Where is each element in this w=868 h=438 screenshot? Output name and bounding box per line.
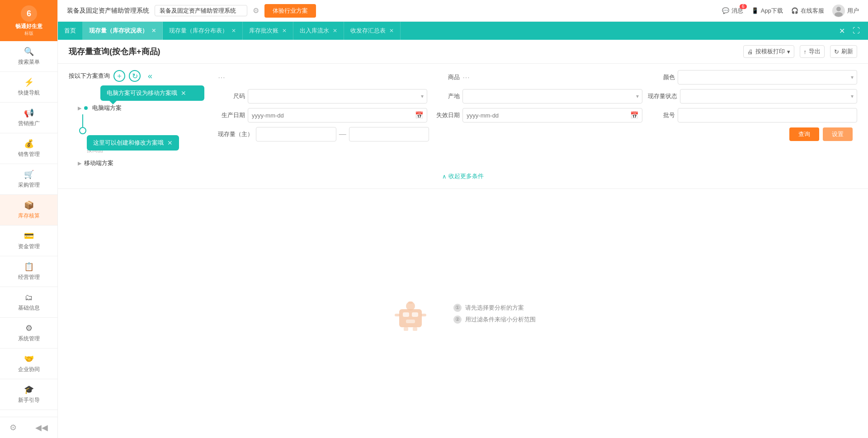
tab-expand-btn[interactable]: ⛶ (850, 24, 863, 37)
tab-collect-summary[interactable]: 收发存汇总表 ✕ (344, 22, 401, 40)
tab-label-inventory-dist: 现存量（库存分布表） (169, 27, 228, 35)
goods-dots[interactable]: ⋯ (462, 73, 470, 82)
produce-date-input[interactable] (248, 108, 427, 122)
filter-label: 按以下方案查询 (69, 72, 110, 80)
sidebar-item-purchase[interactable]: 🛒 采购管理 (0, 164, 57, 195)
warehouse-dots[interactable]: ⋯ (218, 73, 225, 82)
sidebar-item-inventory[interactable]: 📦 库存核算 (0, 195, 57, 226)
operation-icon: 📋 (24, 262, 34, 272)
svg-rect-8 (395, 314, 400, 316)
filter-field-warehouse: ⋯ (218, 73, 427, 82)
purchase-icon: 🛒 (24, 170, 34, 179)
tab-close-all-btn[interactable]: ✕ (835, 24, 848, 37)
stock-status-select[interactable] (680, 89, 857, 104)
user-area[interactable]: 用户 (832, 5, 859, 17)
filter-area: 按以下方案查询 ＋ ↻ « 电脑方案可设为移动方案哦 ✕ (58, 64, 868, 189)
tab-close-inventory-dist[interactable]: ✕ (231, 28, 236, 34)
page-title: 现存量查询(按仓库+商品) (69, 46, 160, 57)
sidebar-item-system[interactable]: ⚙ 系统管理 (0, 318, 57, 349)
empty-illustration (390, 293, 431, 334)
phone-icon: 📱 (751, 7, 759, 14)
sidebar-item-quick-nav[interactable]: ⚡ 快捷导航 (0, 72, 57, 103)
sidebar-label-guide: 新手引导 (18, 396, 40, 404)
sidebar-label-basic: 基础信息 (18, 304, 40, 312)
back-scheme-btn[interactable]: « (144, 70, 156, 82)
expire-date-input[interactable] (462, 108, 642, 122)
gear-icon[interactable]: ⚙ (253, 6, 259, 15)
tab-inventory-status[interactable]: 现存量（库存状况表） ✕ (83, 22, 163, 40)
search-btn[interactable]: 查询 (789, 127, 819, 141)
print-btn[interactable]: 🖨 按模板打印 ▾ (743, 45, 794, 58)
collapse-btn[interactable]: ∧ 收起更多条件 (442, 172, 484, 180)
filter-field-produce-date: 生产日期 📅 (218, 108, 427, 122)
tab-inventory-batch[interactable]: 库存批次账 ✕ (243, 22, 293, 40)
tab-inout-flow[interactable]: 出入库流水 ✕ (293, 22, 344, 40)
tab-home[interactable]: 首页 (58, 22, 83, 40)
filter-field-size: 尺码 ▾ (218, 89, 427, 104)
sidebar-bottom: ⚙ ◀◀ (0, 417, 57, 438)
print-chevron: ▾ (787, 48, 790, 55)
sidebar-item-enterprise[interactable]: 🤝 企业协同 (0, 349, 57, 379)
marketing-icon: 📢 (24, 108, 34, 118)
produce-date-calendar-icon[interactable]: 📅 (415, 111, 424, 119)
sidebar-label-sales: 销售管理 (18, 151, 40, 158)
sidebar-item-sales[interactable]: 💰 销售管理 (0, 133, 57, 164)
refresh-btn[interactable]: ↻ 刷新 (830, 45, 857, 58)
stock-qty-min-input[interactable] (256, 127, 336, 141)
sidebar-item-basic[interactable]: 🗂 基础信息 (0, 287, 57, 318)
svg-rect-13 (408, 301, 413, 304)
tab-label-inventory-status: 现存量（库存状况表） (89, 27, 148, 35)
tooltip1-close[interactable]: ✕ (181, 89, 186, 97)
online-support-btn[interactable]: 🎧 在线客服 (791, 7, 824, 15)
sidebar-label-enterprise: 企业协同 (18, 366, 40, 373)
sidebar-item-finance[interactable]: 💳 资金管理 (0, 226, 57, 256)
sidebar-item-operation[interactable]: 📋 经营管理 (0, 256, 57, 287)
app-download-btn[interactable]: 📱 App下载 (751, 7, 783, 15)
tab-inventory-dist[interactable]: 现存量（库存分布表） ✕ (163, 22, 243, 40)
sidebar-item-search[interactable]: 🔍 搜索菜单 (0, 41, 57, 72)
refresh-label: 刷新 (841, 47, 853, 56)
refresh-scheme-btn[interactable]: ↻ (129, 70, 141, 82)
origin-select[interactable] (462, 89, 642, 104)
tab-close-collect-summary[interactable]: ✕ (389, 28, 394, 34)
tab-bar: 首页 现存量（库存状况表） ✕ 现存量（库存分布表） ✕ 库存批次账 ✕ 出入库… (58, 22, 868, 40)
color-select[interactable] (678, 70, 857, 85)
sidebar-item-marketing[interactable]: 📢 营销推广 (0, 103, 57, 133)
tab-label-home: 首页 (64, 27, 76, 35)
svg-text:6: 6 (26, 9, 31, 18)
tab-label-collect-summary: 收发存汇总表 (350, 27, 386, 35)
tab-bar-end: ✕ ⛶ (835, 24, 868, 37)
batch-input[interactable] (678, 108, 857, 122)
filter-field-goods: 商品 ⋯ (433, 73, 642, 82)
tooltip2-close[interactable]: ✕ (167, 139, 173, 146)
scheme-mobile[interactable]: ▶ 移动端方案 (78, 158, 204, 169)
trial-btn[interactable]: 体验行业方案 (264, 4, 316, 18)
reset-btn[interactable]: 设置 (823, 127, 853, 141)
collapse-sidebar-icon[interactable]: ◀◀ (35, 423, 48, 433)
expire-date-calendar-icon[interactable]: 📅 (630, 111, 639, 119)
tab-close-inventory-status[interactable]: ✕ (151, 28, 156, 34)
stock-qty-max-input[interactable] (349, 127, 429, 141)
batch-label: 批号 (648, 111, 675, 119)
sidebar-item-guide[interactable]: 🎓 新手引导 (0, 379, 57, 410)
guide-icon: 🎓 (24, 385, 34, 395)
avatar (832, 5, 845, 17)
svg-rect-9 (421, 314, 426, 316)
export-btn[interactable]: ↑ 导出 (800, 45, 825, 58)
tab-close-inout-flow[interactable]: ✕ (333, 28, 337, 34)
message-btn[interactable]: 💬 6 消息 (722, 7, 743, 15)
sidebar-label-finance: 资金管理 (18, 243, 40, 250)
message-badge: 6 (740, 4, 747, 9)
filter-field-batch: 批号 (648, 108, 857, 122)
add-scheme-btn[interactable]: ＋ (113, 70, 125, 82)
stock-qty-label: 现存量（主） (218, 130, 253, 138)
settings-icon[interactable]: ⚙ (9, 423, 17, 433)
filter-field-origin: 产地 ▾ (433, 89, 642, 104)
size-select[interactable] (248, 89, 427, 104)
scheme-desktop[interactable]: ▶ 电脑端方案 (78, 103, 204, 113)
header-right: 💬 6 消息 📱 App下载 🎧 在线客服 用户 Ea (722, 5, 859, 17)
tab-close-inventory-batch[interactable]: ✕ (282, 28, 287, 34)
scheme-dot-desktop (84, 106, 88, 110)
system-select[interactable]: 装备及固定资产辅助管理系统 (155, 5, 247, 16)
sidebar-label-system: 系统管理 (18, 335, 40, 343)
